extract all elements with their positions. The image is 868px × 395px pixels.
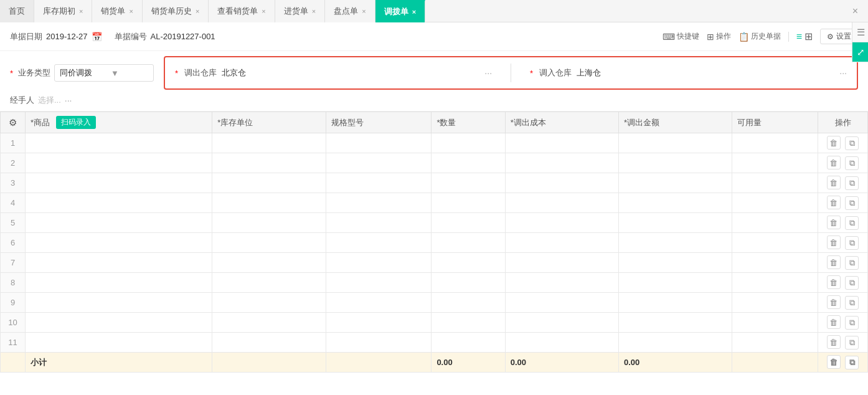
tab-stocktake[interactable]: 盘点单 ×: [325, 0, 375, 22]
row-available[interactable]: [732, 193, 818, 213]
subtotal-copy-button[interactable]: ⧉: [845, 356, 859, 369]
row-delete-button[interactable]: 🗑: [827, 216, 841, 229]
row-delete-button[interactable]: 🗑: [827, 335, 841, 349]
row-unit[interactable]: [212, 173, 326, 193]
row-cost[interactable]: [505, 213, 618, 233]
row-copy-button[interactable]: ⧉: [845, 296, 859, 310]
tab-home[interactable]: 首页: [0, 0, 34, 22]
row-cost[interactable]: [505, 333, 618, 353]
row-delete-button[interactable]: 🗑: [827, 136, 841, 150]
row-available[interactable]: [732, 293, 818, 313]
row-qty[interactable]: [432, 193, 505, 213]
row-amount[interactable]: [618, 173, 732, 193]
row-qty[interactable]: [432, 173, 505, 193]
row-copy-button[interactable]: ⧉: [845, 336, 859, 350]
row-unit[interactable]: [212, 213, 326, 233]
wh-in-value[interactable]: 上海仓: [577, 67, 834, 79]
row-delete-button[interactable]: 🗑: [827, 275, 841, 289]
row-spec[interactable]: [326, 313, 432, 333]
row-available[interactable]: [732, 273, 818, 293]
row-cost[interactable]: [505, 293, 618, 313]
row-cost[interactable]: [505, 193, 618, 213]
row-delete-button[interactable]: 🗑: [827, 236, 841, 249]
table-scroll[interactable]: ⚙ *商品 扫码录入 *库存单位 规格型号 *数量 *调出成本 *调出金额: [0, 112, 868, 373]
row-cost[interactable]: [505, 253, 618, 273]
tab-purchase-order-close[interactable]: ×: [312, 7, 316, 15]
row-delete-button[interactable]: 🗑: [827, 196, 841, 209]
doc-date-value[interactable]: 2019-12-27: [46, 32, 88, 41]
window-close-button[interactable]: ×: [847, 6, 863, 17]
tab-purchase-order[interactable]: 进货单 ×: [275, 0, 325, 22]
row-delete-button[interactable]: 🗑: [827, 295, 841, 309]
subtotal-delete-button[interactable]: 🗑: [827, 355, 841, 369]
operations-button[interactable]: ⊞ 操作: [707, 31, 731, 42]
row-copy-button[interactable]: ⧉: [845, 256, 859, 270]
row-cost[interactable]: [505, 173, 618, 193]
row-delete-button[interactable]: 🗑: [827, 315, 841, 329]
row-qty[interactable]: [432, 213, 505, 233]
tab-sales-history[interactable]: 销货单历史 ×: [143, 0, 209, 22]
row-product[interactable]: [26, 133, 212, 153]
row-available[interactable]: [732, 313, 818, 333]
tab-view-sales-close[interactable]: ×: [262, 7, 265, 15]
layout-list-icon[interactable]: ≡: [796, 31, 802, 42]
row-unit[interactable]: [212, 253, 326, 273]
row-available[interactable]: [732, 253, 818, 273]
row-qty[interactable]: [432, 313, 505, 333]
shortcuts-button[interactable]: ⌨ 快捷键: [663, 31, 699, 42]
row-copy-button[interactable]: ⧉: [845, 136, 859, 150]
tab-sales-order[interactable]: 销货单 ×: [92, 0, 142, 22]
row-qty[interactable]: [432, 273, 505, 293]
row-product[interactable]: [26, 213, 212, 233]
row-product[interactable]: [26, 313, 212, 333]
row-product[interactable]: [26, 333, 212, 353]
row-spec[interactable]: [326, 273, 432, 293]
row-unit[interactable]: [212, 153, 326, 173]
row-amount[interactable]: [618, 153, 732, 173]
row-spec[interactable]: [326, 333, 432, 353]
tab-sales-history-close[interactable]: ×: [196, 7, 199, 15]
row-copy-button[interactable]: ⧉: [845, 216, 859, 230]
row-product[interactable]: [26, 173, 212, 193]
row-qty[interactable]: [432, 253, 505, 273]
row-spec[interactable]: [326, 153, 432, 173]
row-unit[interactable]: [212, 133, 326, 153]
row-available[interactable]: [732, 213, 818, 233]
row-copy-button[interactable]: ⧉: [845, 276, 859, 290]
row-delete-button[interactable]: 🗑: [827, 255, 841, 269]
row-copy-button[interactable]: ⧉: [845, 316, 859, 330]
row-spec[interactable]: [326, 233, 432, 253]
tab-transfer-close[interactable]: ×: [412, 8, 416, 16]
row-amount[interactable]: [618, 233, 732, 253]
tab-view-sales[interactable]: 查看销货单 ×: [209, 0, 275, 22]
row-spec[interactable]: [326, 293, 432, 313]
history-button[interactable]: 📋 历史单据: [738, 31, 781, 42]
row-spec[interactable]: [326, 173, 432, 193]
row-copy-button[interactable]: ⧉: [845, 236, 859, 250]
row-delete-button[interactable]: 🗑: [827, 156, 841, 169]
row-unit[interactable]: [212, 273, 326, 293]
tab-inventory-init[interactable]: 库存期初 ×: [34, 0, 92, 22]
row-unit[interactable]: [212, 193, 326, 213]
row-cost[interactable]: [505, 133, 618, 153]
row-amount[interactable]: [618, 273, 732, 293]
sidebar-expand-button[interactable]: ⤢: [852, 42, 868, 62]
scan-button[interactable]: 扫码录入: [56, 116, 96, 129]
sidebar-list-button[interactable]: ☰: [852, 22, 868, 42]
calendar-icon[interactable]: 📅: [92, 32, 102, 42]
row-copy-button[interactable]: ⧉: [845, 196, 859, 210]
row-amount[interactable]: [618, 193, 732, 213]
row-copy-button[interactable]: ⧉: [845, 176, 859, 190]
row-amount[interactable]: [618, 313, 732, 333]
column-settings-icon[interactable]: ⚙: [9, 117, 17, 128]
row-cost[interactable]: [505, 233, 618, 253]
wh-out-value[interactable]: 北京仓: [222, 67, 479, 79]
row-amount[interactable]: [618, 333, 732, 353]
row-product[interactable]: [26, 193, 212, 213]
row-spec[interactable]: [326, 213, 432, 233]
row-spec[interactable]: [326, 133, 432, 153]
row-qty[interactable]: [432, 333, 505, 353]
row-amount[interactable]: [618, 133, 732, 153]
row-available[interactable]: [732, 173, 818, 193]
row-qty[interactable]: [432, 153, 505, 173]
